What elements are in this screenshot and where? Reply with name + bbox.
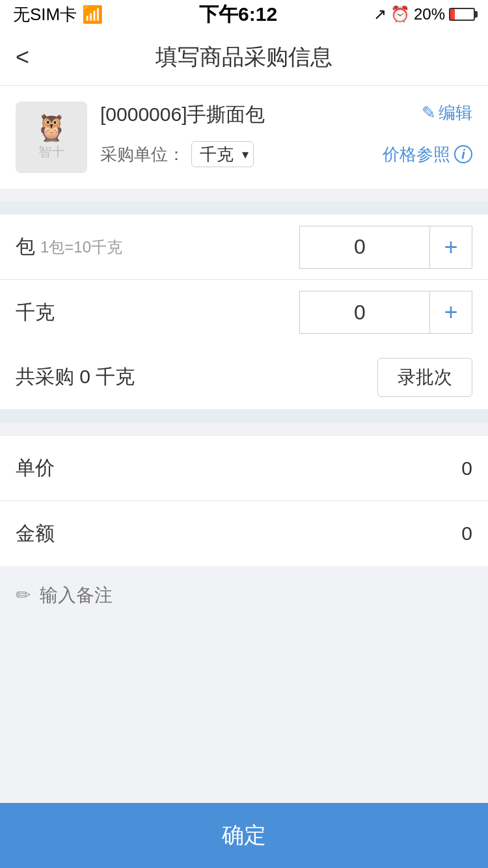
edit-icon: ✎ bbox=[422, 103, 436, 123]
batch-button[interactable]: 录批次 bbox=[377, 358, 472, 397]
bag-plus-button[interactable]: + bbox=[429, 226, 472, 269]
product-thumbnail-label: 智十 bbox=[38, 143, 64, 161]
total-text: 共采购 0 千克 bbox=[16, 364, 135, 390]
bag-input-control: + bbox=[299, 226, 472, 269]
amount-value: 0 bbox=[461, 522, 472, 545]
product-thumbnail-icon: 🦉 bbox=[35, 115, 68, 141]
kg-input-control: + bbox=[299, 291, 472, 334]
amount-row: 金额 0 bbox=[0, 501, 488, 566]
price-ref-icon: i bbox=[454, 145, 472, 163]
input-section: 包 1包=10千克 + 千克 + bbox=[0, 215, 488, 345]
product-name: [0000006]手撕面包 bbox=[100, 102, 265, 128]
status-left: 无SIM卡 📶 bbox=[13, 3, 103, 26]
bag-input-row: 包 1包=10千克 + bbox=[0, 215, 488, 280]
total-row: 共采购 0 千克 录批次 bbox=[0, 345, 488, 410]
section-divider-1 bbox=[0, 202, 488, 215]
battery-icon bbox=[449, 8, 475, 21]
price-ref-button[interactable]: 价格参照 i bbox=[383, 143, 472, 166]
page-title: 填写商品采购信息 bbox=[156, 42, 332, 72]
bag-label: 包 bbox=[16, 234, 35, 260]
alarm-icon: ⏰ bbox=[390, 5, 410, 23]
unit-row-left: 采购单位： 千克 bbox=[100, 141, 254, 167]
wifi-icon: 📶 bbox=[82, 5, 103, 25]
unit-price-label: 单价 bbox=[16, 455, 55, 481]
location-icon: ↗ bbox=[373, 5, 386, 23]
product-info: [0000006]手撕面包 ✎ 编辑 采购单位： 千克 价格参照 i bbox=[100, 102, 472, 167]
carrier-text: 无SIM卡 bbox=[13, 3, 77, 26]
back-button[interactable]: < bbox=[16, 44, 29, 71]
battery-fill bbox=[450, 9, 455, 20]
product-card: 🦉 智十 [0000006]手撕面包 ✎ 编辑 采购单位： 千克 价格参照 i bbox=[0, 86, 488, 189]
amount-label: 金额 bbox=[16, 521, 55, 547]
section-divider-2 bbox=[0, 410, 488, 423]
pencil-icon: ✏ bbox=[16, 584, 31, 606]
unit-price-value: 0 bbox=[461, 457, 472, 480]
kg-input-row: 千克 + bbox=[0, 280, 488, 345]
unit-select[interactable]: 千克 bbox=[191, 141, 254, 167]
confirm-button[interactable]: 确定 bbox=[0, 803, 488, 868]
product-top-row: [0000006]手撕面包 ✎ 编辑 bbox=[100, 102, 472, 128]
status-bar: 无SIM卡 📶 下午6:12 ↗ ⏰ 20% bbox=[0, 0, 488, 29]
kg-label: 千克 bbox=[16, 299, 55, 326]
unit-label: 采购单位： bbox=[100, 143, 185, 166]
unit-price-row: 单价 0 bbox=[0, 436, 488, 501]
bag-sublabel: 1包=10千克 bbox=[40, 237, 299, 258]
bag-input[interactable] bbox=[299, 226, 429, 269]
kg-plus-button[interactable]: + bbox=[429, 291, 472, 334]
edit-button[interactable]: ✎ 编辑 bbox=[422, 102, 472, 124]
product-unit-row: 采购单位： 千克 价格参照 i bbox=[100, 141, 472, 167]
status-time: 下午6:12 bbox=[199, 1, 277, 28]
edit-label: 编辑 bbox=[439, 102, 472, 124]
nav-bar: < 填写商品采购信息 bbox=[0, 29, 488, 86]
price-ref-label: 价格参照 bbox=[383, 143, 450, 166]
notes-section: ✏ bbox=[0, 567, 488, 663]
notes-input[interactable] bbox=[40, 583, 472, 647]
product-image: 🦉 智十 bbox=[16, 102, 87, 173]
unit-select-wrapper[interactable]: 千克 bbox=[191, 141, 254, 167]
status-right: ↗ ⏰ 20% bbox=[373, 5, 475, 23]
info-section: 单价 0 金额 0 bbox=[0, 436, 488, 566]
kg-input[interactable] bbox=[299, 291, 429, 334]
battery-text: 20% bbox=[414, 5, 445, 23]
